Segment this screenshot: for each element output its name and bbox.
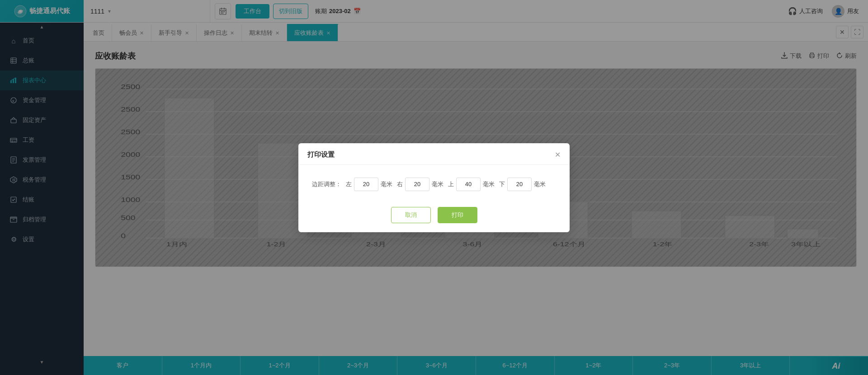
top-margin-group: 上 毫米	[448, 178, 495, 191]
top-label: 上	[448, 180, 454, 188]
bottom-unit: 毫米	[534, 180, 546, 188]
modal-title: 打印设置	[307, 150, 335, 159]
bottom-margin-input[interactable]	[507, 178, 532, 191]
modal-header: 打印设置 ✕	[298, 143, 570, 165]
right-unit: 毫米	[432, 180, 443, 188]
left-margin-group: 左 毫米	[346, 178, 392, 191]
margin-label: 边距调整：	[312, 180, 341, 188]
right-margin-input[interactable]	[405, 178, 429, 191]
top-margin-input[interactable]	[456, 178, 481, 191]
left-margin-input[interactable]	[354, 178, 378, 191]
top-unit: 毫米	[483, 180, 495, 188]
modal-close-button[interactable]: ✕	[555, 150, 561, 159]
right-label: 右	[397, 180, 403, 188]
modal-overlay: 打印设置 ✕ 边距调整： 左 毫米 右 毫米 上 毫米	[0, 0, 868, 375]
confirm-print-button[interactable]: 打印	[438, 207, 477, 223]
right-margin-group: 右 毫米	[397, 178, 443, 191]
modal-body: 边距调整： 左 毫米 右 毫米 上 毫米 下	[298, 165, 570, 200]
print-dialog: 打印设置 ✕ 边距调整： 左 毫米 右 毫米 上 毫米	[298, 143, 570, 232]
margin-form-row: 边距调整： 左 毫米 右 毫米 上 毫米 下	[312, 178, 556, 191]
modal-footer: 取消 打印	[298, 200, 570, 232]
left-unit: 毫米	[381, 180, 392, 188]
bottom-margin-group: 下 毫米	[499, 178, 546, 191]
cancel-button[interactable]: 取消	[391, 207, 431, 223]
left-label: 左	[346, 180, 352, 188]
bottom-label: 下	[499, 180, 505, 188]
